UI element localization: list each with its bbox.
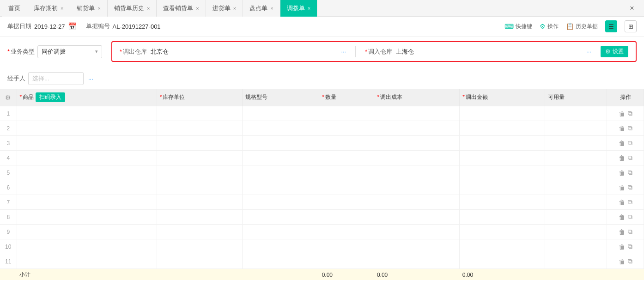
row-unit-7[interactable] [157,195,242,210]
row-spec-1[interactable] [242,106,319,121]
tab-inventory-init[interactable]: 库存期初 × [27,0,70,17]
copy-icon-10[interactable]: ⧉ [628,243,632,250]
row-amount-3[interactable] [460,136,545,151]
row-available-4[interactable] [545,151,607,165]
row-qty-9[interactable] [319,225,374,239]
operation-button[interactable]: ⚙ 操作 [540,23,559,31]
copy-icon-2[interactable]: ⧉ [628,124,632,132]
tab-stocktake[interactable]: 盘点单 × [243,0,280,17]
row-product-4[interactable] [17,151,157,165]
scan-button[interactable]: 扫码录入 [36,92,65,102]
delete-icon-8[interactable]: 🗑 [619,214,625,221]
row-spec-6[interactable] [242,180,319,195]
handler-select[interactable]: 选择... [28,72,84,85]
copy-icon-3[interactable]: ⧉ [628,139,632,147]
row-unit-4[interactable] [157,151,242,165]
tab-purchase[interactable]: 进货单 × [206,0,243,17]
handler-more[interactable]: ··· [88,75,93,82]
row-spec-4[interactable] [242,151,319,165]
row-cost-1[interactable] [374,106,460,121]
row-unit-5[interactable] [157,165,242,180]
row-unit-1[interactable] [157,106,242,121]
row-product-3[interactable] [17,136,157,151]
row-amount-11[interactable] [460,254,545,269]
row-spec-8[interactable] [242,210,319,225]
row-cost-7[interactable] [374,195,460,210]
row-product-2[interactable] [17,121,157,136]
delete-icon-6[interactable]: 🗑 [619,184,625,191]
row-amount-6[interactable] [460,180,545,195]
row-available-11[interactable] [545,254,607,269]
row-available-8[interactable] [545,210,607,225]
row-amount-4[interactable] [460,151,545,165]
tab-sales-history[interactable]: 销货单历史 × [108,0,157,17]
tab-view-sales[interactable]: 查看销货单 × [157,0,206,17]
row-unit-11[interactable] [157,254,242,269]
delete-icon-9[interactable]: 🗑 [619,228,625,236]
row-spec-9[interactable] [242,225,319,239]
delete-icon-10[interactable]: 🗑 [619,243,625,250]
delete-icon-4[interactable]: 🗑 [619,154,625,162]
row-available-5[interactable] [545,165,607,180]
row-available-3[interactable] [545,136,607,151]
row-qty-8[interactable] [319,210,374,225]
delete-icon-11[interactable]: 🗑 [619,258,625,265]
row-cost-10[interactable] [374,239,460,254]
row-cost-3[interactable] [374,136,460,151]
row-cost-2[interactable] [374,121,460,136]
col-gear-icon[interactable]: ⚙ [5,94,11,101]
copy-icon-8[interactable]: ⧉ [628,213,632,221]
row-available-6[interactable] [545,180,607,195]
row-unit-8[interactable] [157,210,242,225]
row-qty-7[interactable] [319,195,374,210]
row-product-7[interactable] [17,195,157,210]
settings-button[interactable]: ⚙ 设置 [601,46,628,57]
row-product-1[interactable] [17,106,157,121]
history-button[interactable]: 📋 历史单据 [566,23,598,31]
copy-icon-4[interactable]: ⧉ [628,154,632,162]
tab-stocktake-close[interactable]: × [270,6,273,11]
row-qty-6[interactable] [319,180,374,195]
delete-icon-1[interactable]: 🗑 [619,110,625,117]
delete-icon-7[interactable]: 🗑 [619,199,625,206]
row-unit-9[interactable] [157,225,242,239]
row-spec-3[interactable] [242,136,319,151]
row-cost-5[interactable] [374,165,460,180]
row-qty-11[interactable] [319,254,374,269]
copy-icon-11[interactable]: ⧉ [628,257,632,265]
row-amount-2[interactable] [460,121,545,136]
row-cost-4[interactable] [374,151,460,165]
business-type-select[interactable]: 同价调拨 ▾ [37,45,102,58]
row-product-11[interactable] [17,254,157,269]
row-cost-6[interactable] [374,180,460,195]
row-qty-3[interactable] [319,136,374,151]
calendar-icon[interactable]: 📅 [68,22,77,31]
row-amount-9[interactable] [460,225,545,239]
row-product-5[interactable] [17,165,157,180]
row-amount-7[interactable] [460,195,545,210]
row-available-1[interactable] [545,106,607,121]
tab-view-sales-close[interactable]: × [196,6,199,11]
row-available-7[interactable] [545,195,607,210]
row-amount-5[interactable] [460,165,545,180]
row-product-9[interactable] [17,225,157,239]
row-spec-5[interactable] [242,165,319,180]
row-product-10[interactable] [17,239,157,254]
row-unit-2[interactable] [157,121,242,136]
row-unit-3[interactable] [157,136,242,151]
row-amount-1[interactable] [460,106,545,121]
copy-icon-5[interactable]: ⧉ [628,169,632,177]
warehouse-in-more[interactable]: ··· [586,48,591,55]
row-available-9[interactable] [545,225,607,239]
row-spec-7[interactable] [242,195,319,210]
row-available-2[interactable] [545,121,607,136]
row-product-6[interactable] [17,180,157,195]
row-product-8[interactable] [17,210,157,225]
grid-view-button[interactable]: ⊞ [625,20,637,32]
list-view-button[interactable]: ☰ [605,20,617,32]
row-spec-10[interactable] [242,239,319,254]
row-spec-11[interactable] [242,254,319,269]
delete-icon-2[interactable]: 🗑 [619,125,625,132]
row-cost-11[interactable] [374,254,460,269]
row-qty-1[interactable] [319,106,374,121]
